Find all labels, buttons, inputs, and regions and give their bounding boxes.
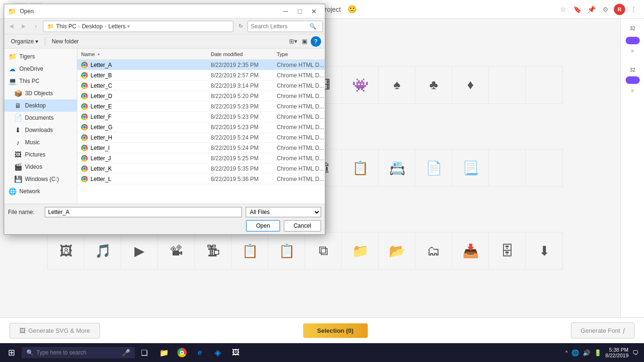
- file-scroll-area[interactable]: Letter_A 8/22/2019 2:35 PM Chrome HTML D…: [77, 60, 325, 204]
- chrome-file-icon: [81, 114, 88, 120]
- downloads-icon: ⬇: [14, 126, 22, 134]
- chrome-file-icon: [81, 93, 88, 99]
- chrome-file-icon: [81, 155, 88, 162]
- file-row[interactable]: Letter_A 8/22/2019 2:35 PM Chrome HTML D…: [77, 60, 325, 70]
- file-row[interactable]: Letter_D 8/22/2019 5:20 PM Chrome HTML D…: [77, 91, 325, 101]
- dialog-titlebar: 📁 Open ─ □ ✕: [4, 4, 325, 18]
- filelist-header: Name ▲ Date modified Type: [77, 49, 325, 60]
- file-row[interactable]: Letter_J 8/22/2019 5:25 PM Chrome HTML D…: [77, 153, 325, 164]
- onedrive-icon: ☁: [8, 65, 17, 73]
- sidebar-item-desktop[interactable]: 🖥 Desktop: [4, 99, 77, 112]
- sidebar-item-tigers[interactable]: 📁 Tigers: [4, 50, 77, 63]
- dialog-filelist: Name ▲ Date modified Type Letter_A 8/22/…: [77, 49, 325, 204]
- filename-row: File name: All FilesHTML FilesText Files: [8, 207, 321, 217]
- dialog-close-button[interactable]: ✕: [307, 4, 321, 18]
- toolbar-separator: [45, 37, 45, 46]
- panel-toggle-button[interactable]: ▣: [299, 36, 310, 47]
- chrome-file-icon: [81, 72, 88, 79]
- nav-up-button[interactable]: ↑: [31, 21, 41, 32]
- view-icons: ⊞ ▾ ▣ ?: [288, 36, 321, 47]
- col-header-date[interactable]: Date modified: [207, 49, 273, 59]
- search-icon: 🔍: [309, 23, 316, 30]
- sidebar-item-windows-c[interactable]: 💾 Windows (C:): [4, 173, 77, 185]
- file-rows-container: Letter_A 8/22/2019 2:35 PM Chrome HTML D…: [77, 60, 325, 184]
- open-dialog: 📁 Open ─ □ ✕ ◀ ▶ ↑ 📁 This PC › Desktop ›…: [4, 4, 325, 235]
- path-desktop: Desktop: [82, 23, 103, 30]
- file-row[interactable]: Letter_B 8/22/2019 2:57 PM Chrome HTML D…: [77, 70, 325, 81]
- path-thispc: This PC: [56, 23, 76, 30]
- path-folder-icon: 📁: [47, 23, 54, 30]
- sidebar-item-downloads[interactable]: ⬇ Downloads: [4, 124, 77, 136]
- dialog-actions: Open Cancel: [8, 220, 321, 231]
- chrome-file-icon: [81, 103, 88, 110]
- drive-c-icon: 💾: [14, 175, 22, 183]
- dialog-addressbar: ◀ ▶ ↑ 📁 This PC › Desktop › Letters ▾ ↻ …: [4, 18, 325, 34]
- chrome-file-icon: [81, 176, 88, 182]
- path-letters: Letters: [108, 23, 126, 30]
- organize-button[interactable]: Organize ▾: [8, 37, 41, 46]
- chrome-file-icon: [81, 124, 88, 131]
- sidebar-item-network[interactable]: 🌐 Network: [4, 185, 77, 197]
- chrome-file-icon: [81, 145, 88, 151]
- address-path[interactable]: 📁 This PC › Desktop › Letters ▾: [43, 21, 233, 32]
- help-button[interactable]: ?: [311, 36, 321, 47]
- dialog-maximize-button[interactable]: □: [293, 4, 307, 18]
- thispc-icon: 💻: [8, 77, 17, 85]
- file-row[interactable]: Letter_K 8/22/2019 5:35 PM Chrome HTML D…: [77, 164, 325, 174]
- cancel-button[interactable]: Cancel: [284, 220, 321, 231]
- pictures-icon: 🖼: [14, 151, 22, 158]
- sidebar-item-music[interactable]: ♪ Music: [4, 136, 77, 148]
- tigers-icon: 📁: [8, 53, 17, 60]
- sidebar-item-pictures[interactable]: 🖼 Pictures: [4, 148, 77, 161]
- dialog-controls: ─ □ ✕: [279, 4, 321, 18]
- dialog-bottom: File name: All FilesHTML FilesText Files…: [4, 204, 325, 234]
- network-icon: 🌐: [8, 188, 17, 195]
- chrome-file-icon: [81, 62, 88, 68]
- file-row[interactable]: Letter_F 8/22/2019 5:23 PM Chrome HTML D…: [77, 112, 325, 122]
- file-row[interactable]: Letter_E 8/22/2019 5:23 PM Chrome HTML D…: [77, 101, 325, 112]
- chrome-file-icon: [81, 165, 88, 172]
- filename-label: File name:: [8, 209, 41, 215]
- nav-refresh-button[interactable]: ↻: [235, 21, 246, 32]
- file-row[interactable]: Letter_I 8/22/2019 5:24 PM Chrome HTML D…: [77, 143, 325, 153]
- file-row[interactable]: Letter_G 8/22/2019 5:23 PM Chrome HTML D…: [77, 122, 325, 132]
- view-toggle-button[interactable]: ⊞ ▾: [288, 36, 298, 47]
- dialog-sidebar: 📁 Tigers ☁ OneDrive 💻 This PC 📦 3D Objec…: [4, 49, 77, 204]
- sidebar-item-documents[interactable]: 📄 Documents: [4, 112, 77, 124]
- sidebar-item-thispc[interactable]: 💻 This PC: [4, 75, 77, 87]
- col-header-type[interactable]: Type: [273, 49, 325, 59]
- dialog-title-text: Open: [20, 8, 279, 15]
- file-row[interactable]: Letter_C 8/22/2019 3:14 PM Chrome HTML D…: [77, 81, 325, 91]
- music-icon: ♪: [14, 139, 22, 146]
- filename-input[interactable]: [45, 207, 242, 217]
- new-folder-button[interactable]: New folder: [49, 37, 82, 46]
- filetype-select[interactable]: All FilesHTML FilesText Files: [246, 207, 321, 217]
- nav-back-button: ◀: [6, 21, 17, 32]
- sidebar-item-videos[interactable]: 🎬 Videos: [4, 161, 77, 173]
- organize-arrow-icon: ▾: [35, 38, 38, 45]
- dialog-toolbar: Organize ▾ New folder ⊞ ▾ ▣ ?: [4, 34, 325, 49]
- open-button[interactable]: Open: [246, 220, 280, 231]
- nav-forward-button: ▶: [18, 21, 29, 32]
- chrome-file-icon: [81, 134, 88, 141]
- dialog-overlay: 📁 Open ─ □ ✕ ◀ ▶ ↑ 📁 This PC › Desktop ›…: [0, 0, 644, 362]
- sidebar-item-onedrive[interactable]: ☁ OneDrive: [4, 63, 77, 75]
- documents-icon: 📄: [14, 114, 22, 122]
- file-row[interactable]: Letter_L 8/22/2019 5:36 PM Chrome HTML D…: [77, 174, 325, 184]
- col-header-name[interactable]: Name ▲: [77, 49, 207, 59]
- sort-arrow-icon: ▲: [97, 52, 100, 56]
- sidebar-item-3dobjects[interactable]: 📦 3D Objects: [4, 87, 77, 99]
- file-row[interactable]: Letter_H 8/22/2019 5:24 PM Chrome HTML D…: [77, 132, 325, 143]
- 3dobjects-icon: 📦: [14, 90, 22, 97]
- desktop-icon: 🖥: [14, 102, 22, 109]
- dialog-title-icon: 📁: [8, 8, 16, 15]
- search-box: 🔍: [248, 21, 323, 32]
- dialog-minimize-button[interactable]: ─: [279, 4, 293, 18]
- videos-icon: 🎬: [14, 163, 22, 171]
- dialog-body: 📁 Tigers ☁ OneDrive 💻 This PC 📦 3D Objec…: [4, 49, 325, 204]
- search-input[interactable]: [251, 23, 307, 30]
- chrome-file-icon: [81, 82, 88, 89]
